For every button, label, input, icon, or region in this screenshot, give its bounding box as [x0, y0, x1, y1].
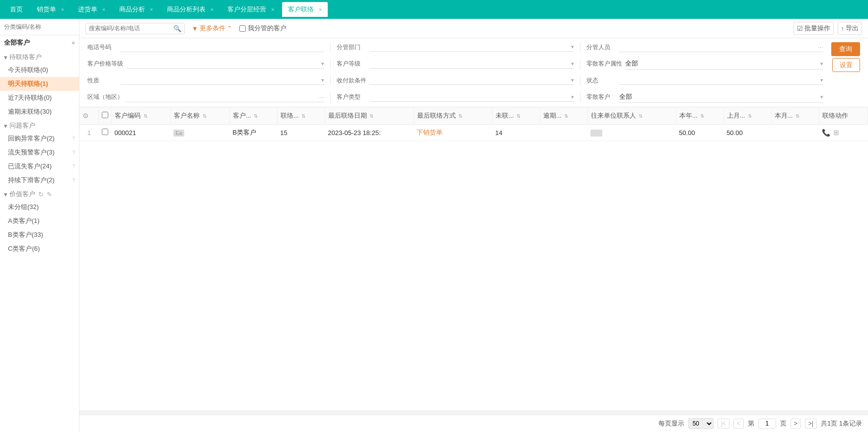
sidebar-item-declining[interactable]: 持续下滑客户(2) ?	[0, 173, 79, 187]
sidebar-item-overdue[interactable]: 逾期未联络(30)	[0, 105, 79, 119]
help-abnormal-icon[interactable]: ?	[72, 136, 75, 142]
settings-button[interactable]: 设置	[832, 58, 860, 72]
filter-phone-label: 电话号码	[87, 43, 117, 52]
last-page-button[interactable]: >|	[805, 419, 817, 429]
row-number: 1	[79, 125, 99, 141]
search-input[interactable]	[89, 25, 173, 32]
col-checkbox	[99, 107, 112, 125]
help-churned-icon[interactable]: ?	[72, 163, 75, 169]
sidebar-item-type-c[interactable]: C类客户(6)	[0, 242, 79, 256]
filter-scatter-select[interactable]: 全部	[619, 91, 823, 103]
my-customers-checkbox[interactable]: 我分管的客户	[239, 24, 287, 33]
column-settings-icon[interactable]: ⚙	[82, 112, 89, 120]
select-all-checkbox[interactable]	[102, 112, 108, 118]
batch-operation-button[interactable]: ☑ 批量操作	[794, 22, 834, 35]
all-customers-label: 全部客户	[4, 38, 30, 47]
group-pending-triangle: ▾	[4, 54, 7, 61]
nav-sales[interactable]: 销货单 ×	[31, 2, 70, 17]
close-purchase-icon[interactable]: ×	[102, 6, 105, 12]
nav-purchase[interactable]: 进货单 ×	[72, 2, 111, 17]
sort-uncontacted-icon[interactable]: ⇅	[516, 113, 520, 119]
filter-person-select[interactable]: ···	[619, 42, 823, 52]
close-product-analysis-icon[interactable]: ×	[150, 6, 153, 12]
sidebar: 🔍 全部客户 « ▾ 待联络客户 今天待联络(0) 明天待联络(1) 近7天待联…	[0, 19, 79, 432]
page-size-select[interactable]: 50 20 100 200	[688, 418, 714, 429]
sort-this-month-icon[interactable]: ⇅	[796, 113, 799, 119]
person-dots-icon: ···	[818, 43, 823, 51]
nav-home[interactable]: 首页	[4, 2, 29, 17]
col-uncontacted: 未联... ⇅	[492, 107, 540, 125]
sidebar-item-type-a[interactable]: A类客户(1)	[0, 214, 79, 228]
group-problem-label: ▾ 问题客户	[0, 119, 79, 132]
sidebar-search-input[interactable]	[4, 23, 78, 30]
action-grid-icon[interactable]: ⊞	[833, 129, 839, 137]
filter-status: 状态	[586, 76, 823, 85]
filter-dept: 分管部门	[337, 43, 574, 52]
filter-scatter-attr-select[interactable]: 全部	[625, 58, 823, 70]
horizontal-scrollbar[interactable]	[79, 411, 868, 415]
value-refresh-icon[interactable]: ↻	[38, 191, 44, 198]
sort-code-icon[interactable]: ⇅	[144, 113, 147, 119]
sidebar-item-tomorrow-pending[interactable]: 明天待联络(1)	[0, 77, 79, 91]
nav-product-analysis[interactable]: 商品分析 ×	[113, 2, 159, 17]
filter-status-select[interactable]	[619, 76, 823, 85]
export-icon: ↑	[841, 25, 845, 32]
nav-customer-tier[interactable]: 客户分层经营 ×	[221, 2, 280, 17]
nav-customer-contact[interactable]: 客户联络 ×	[282, 2, 328, 17]
value-edit-icon[interactable]: ✎	[47, 191, 52, 198]
my-customers-checkbox-input[interactable]	[239, 25, 246, 32]
sidebar-item-today-pending[interactable]: 今天待联络(0)	[0, 63, 79, 77]
help-declining-icon[interactable]: ?	[72, 177, 75, 183]
col-name: 客户名称 ⇅	[170, 107, 229, 125]
filter-region-select[interactable]: ···	[126, 92, 324, 102]
nature-chevron-icon	[321, 77, 324, 83]
sort-last-month-icon[interactable]: ⇅	[748, 113, 752, 119]
close-customer-tier-icon[interactable]: ×	[271, 6, 274, 12]
close-sales-icon[interactable]: ×	[61, 6, 64, 12]
filter-region: 区域（地区） ···	[87, 92, 324, 102]
sort-method-icon[interactable]: ⇅	[458, 113, 462, 119]
scatter-attr-chevron-icon	[820, 61, 823, 67]
toolbar: 🔍 ▼ 更多条件 ⌃ 我分管的客户 ☑ 批量操作 ↑ 导出	[79, 19, 868, 38]
all-customers-header[interactable]: 全部客户 «	[0, 35, 79, 50]
sort-contact-icon[interactable]: ⇅	[301, 113, 305, 119]
chevron-up-icon: ⌃	[227, 25, 232, 32]
query-button[interactable]: 查询	[831, 42, 860, 56]
filter-customer-level-select[interactable]	[369, 60, 574, 69]
sidebar-item-type-b[interactable]: B类客户(33)	[0, 228, 79, 242]
sort-overdue-icon[interactable]: ⇅	[564, 113, 568, 119]
nav-product-analysis-list[interactable]: 商品分析列表 ×	[161, 2, 219, 17]
sort-this-year-icon[interactable]: ⇅	[700, 113, 704, 119]
sort-date-icon[interactable]: ⇅	[369, 113, 373, 119]
sort-name-icon[interactable]: ⇅	[203, 113, 207, 119]
more-filter-button[interactable]: ▼ 更多条件 ⌃	[189, 22, 235, 34]
export-button[interactable]: ↑ 导出	[838, 22, 863, 35]
sidebar-item-abnormal[interactable]: 回购异常客户(2) ?	[0, 132, 79, 145]
first-page-button[interactable]: |<	[718, 419, 729, 429]
sidebar-item-week-pending[interactable]: 近7天待联络(0)	[0, 91, 79, 105]
action-phone-icon[interactable]: 📞	[822, 129, 830, 137]
filter-customer-type-select[interactable]	[369, 93, 574, 102]
col-last-contact-date: 最后联络日期 ⇅	[325, 107, 414, 125]
row-checkbox[interactable]	[102, 129, 108, 135]
last-contact-link[interactable]: 下销货单	[417, 129, 442, 136]
filter-nature-select[interactable]	[120, 76, 324, 85]
close-customer-contact-icon[interactable]: ×	[319, 6, 322, 12]
filter-phone-input[interactable]	[120, 43, 324, 52]
page-input[interactable]	[758, 419, 776, 429]
col-overdue: 逾期... ⇅	[540, 107, 587, 125]
next-page-button[interactable]: >	[791, 419, 801, 429]
sort-person-icon[interactable]: ⇅	[639, 113, 643, 119]
filter-price-level-select[interactable]	[126, 60, 324, 69]
sort-type-icon[interactable]: ⇅	[254, 113, 258, 119]
filter-dept-select[interactable]	[369, 43, 574, 52]
toolbar-search-icon[interactable]: 🔍	[173, 25, 181, 32]
filter-payment-select[interactable]	[369, 76, 574, 85]
sidebar-item-churn-warning[interactable]: 流失预警客户(3) ?	[0, 145, 79, 159]
sidebar-item-churned[interactable]: 已流失客户(24) ?	[0, 159, 79, 173]
prev-page-button[interactable]: <	[733, 419, 744, 429]
sidebar-item-ungrouped[interactable]: 未分组(32)	[0, 200, 79, 214]
help-churn-warning-icon[interactable]: ?	[72, 149, 75, 155]
close-product-list-icon[interactable]: ×	[211, 6, 214, 12]
sidebar-collapse-icon[interactable]: «	[72, 39, 75, 46]
